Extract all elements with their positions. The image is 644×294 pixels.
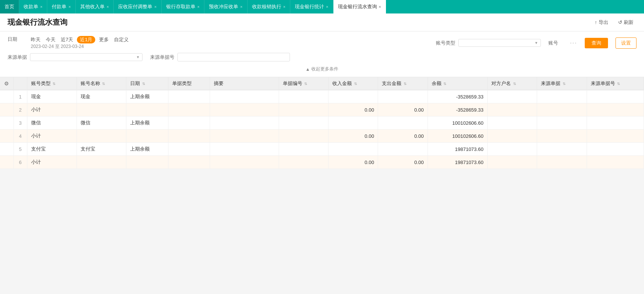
nav-item-other-income[interactable]: 其他收入单 × — [76, 0, 114, 13]
col-doc-type[interactable]: 单据类型 — [168, 77, 210, 90]
nav-payments-label: 付款单 — [52, 3, 66, 10]
cell-balance: 19871073.60 — [428, 156, 487, 169]
cell-source-doc-no — [587, 143, 644, 156]
cell-date: 上期余额 — [126, 143, 168, 156]
filter-row-1: 日期 昨天 今天 近7天 近1月 更多 自定义 2023-02-24 至 202… — [8, 36, 636, 50]
nav-item-cash-stats[interactable]: 现金银行统计 × — [290, 0, 333, 13]
header-actions: ↑ 导出 ↺ 刷新 — [592, 18, 637, 27]
table-container: ⚙ 账号类型 ⇅ 账号名称 ⇅ 日期 ⇅ 单据类型 — [0, 77, 644, 169]
page-header: 现金银行流水查询 ↑ 导出 ↺ 刷新 — [0, 13, 644, 31]
col-income-sort-icon: ⇅ — [354, 82, 357, 86]
export-icon: ↑ — [595, 19, 597, 25]
cell-account-type: 小计 — [27, 130, 77, 143]
nav-item-ap-adjust[interactable]: 应收应付调整单 × — [114, 0, 161, 13]
source-doc-no-label: 来源单据号 — [150, 54, 174, 61]
cell-source-doc — [537, 90, 587, 103]
date-filter-label: 日期 — [8, 36, 26, 43]
account-type-chevron-down-icon: ▾ — [535, 40, 537, 45]
table-row: 5支付宝支付宝上期余额19871073.60 — [0, 143, 644, 156]
nav-item-collection-exec[interactable]: 收款核销执行 × — [248, 0, 290, 13]
source-doc-select[interactable]: ▾ — [30, 53, 143, 61]
nav-receipts-close[interactable]: × — [40, 4, 42, 9]
col-date-sort-icon: ⇅ — [142, 82, 145, 86]
table-body: 1现金现金上期余额-3528659.332小计0.000.00-3528659.… — [0, 90, 644, 169]
nav-cash-stats-close[interactable]: × — [326, 4, 328, 9]
col-summary[interactable]: 摘要 — [210, 77, 279, 90]
nav-advance-offset-close[interactable]: × — [240, 4, 242, 9]
date-opt-near7[interactable]: 近7天 — [59, 36, 75, 43]
nav-item-payments[interactable]: 付款单 × — [47, 0, 75, 13]
nav-collection-exec-close[interactable]: × — [283, 4, 285, 9]
date-opt-yesterday[interactable]: 昨天 — [29, 36, 42, 43]
col-income[interactable]: 收入金额 ⇅ — [329, 77, 378, 90]
cell-doc-type — [168, 90, 210, 103]
col-expense[interactable]: 支出金额 ⇅ — [378, 77, 428, 90]
cell-summary — [210, 130, 279, 143]
col-source-doc[interactable]: 来源单据 ⇅ — [537, 77, 587, 90]
cell-doc-no — [279, 90, 328, 103]
col-source-doc-sort-icon: ⇅ — [563, 82, 566, 86]
col-account-type-label: 账号类型 — [31, 81, 51, 86]
date-opt-near1m[interactable]: 近1月 — [77, 36, 95, 43]
cell-expense — [378, 90, 428, 103]
date-opt-custom[interactable]: 自定义 — [113, 36, 130, 43]
nav-payments-close[interactable]: × — [68, 4, 71, 9]
source-doc-no-input[interactable] — [177, 53, 290, 61]
cell-account-name: 微信 — [77, 116, 126, 130]
col-balance[interactable]: 余额 ⇅ — [428, 77, 487, 90]
col-account-type[interactable]: 账号类型 ⇅ — [27, 77, 77, 90]
col-counterparty-sort-icon: ⇅ — [513, 82, 516, 86]
nav-item-home[interactable]: 首页 — [0, 0, 19, 13]
nav-item-advance-offset[interactable]: 预收冲应收单 × — [204, 0, 247, 13]
col-source-doc-no[interactable]: 来源单据号 ⇅ — [587, 77, 644, 90]
nav-item-receipts[interactable]: 收款单 × — [19, 0, 47, 13]
table-header: ⚙ 账号类型 ⇅ 账号名称 ⇅ 日期 ⇅ 单据类型 — [0, 77, 644, 90]
page-title: 现金银行流水查询 — [8, 17, 68, 27]
col-doc-no[interactable]: 单据编号 ⇅ — [279, 77, 328, 90]
settings-button[interactable]: 设置 — [615, 37, 636, 49]
nav-item-bank-deposit[interactable]: 银行存取款单 × — [162, 0, 204, 13]
account-dots-icon[interactable]: ··· — [570, 40, 577, 46]
cell-income: 0.00 — [329, 130, 378, 143]
cell-account-name: 现金 — [77, 90, 126, 103]
nav-other-income-close[interactable]: × — [107, 4, 109, 9]
nav-cash-flow-close[interactable]: × — [379, 4, 381, 9]
table-settings-icon[interactable]: ⚙ — [4, 81, 9, 87]
col-income-label: 收入金额 — [332, 81, 352, 86]
cell-doc-no — [279, 156, 328, 169]
collapse-bar[interactable]: ▲ 收起更多条件 — [8, 64, 636, 74]
cell-account-type: 支付宝 — [27, 143, 77, 156]
col-source-doc-label: 来源单据 — [541, 81, 560, 86]
cell-income: 0.00 — [329, 103, 378, 116]
account-label: 账号 — [548, 40, 567, 46]
table-row: 6小计0.000.0019871073.60 — [0, 156, 644, 169]
query-button[interactable]: 查询 — [585, 38, 608, 48]
export-button[interactable]: ↑ 导出 — [592, 18, 612, 27]
cell-balance: -3528659.33 — [428, 103, 487, 116]
nav-bank-deposit-close[interactable]: × — [197, 4, 200, 9]
col-account-name[interactable]: 账号名称 ⇅ — [77, 77, 126, 90]
account-type-filter-group: 账号类型 ▾ — [436, 39, 541, 47]
col-counterparty[interactable]: 对方户名 ⇅ — [487, 77, 537, 90]
cell-date — [126, 156, 168, 169]
cell-summary — [210, 103, 279, 116]
nav-item-cash-flow[interactable]: 现金银行流水查询 × — [333, 0, 386, 13]
refresh-button[interactable]: ↺ 刷新 — [615, 18, 636, 27]
account-type-select[interactable]: ▾ — [458, 39, 541, 47]
date-opt-today[interactable]: 今天 — [44, 36, 57, 43]
cell-doc-type — [168, 156, 210, 169]
cell-income — [329, 90, 378, 103]
date-opt-more[interactable]: 更多 — [98, 36, 110, 43]
collapse-label: 收起更多条件 — [311, 66, 338, 72]
col-balance-sort-icon: ⇅ — [443, 82, 446, 86]
col-date[interactable]: 日期 ⇅ — [126, 77, 168, 90]
cell-expense: 0.00 — [378, 103, 428, 116]
cell-source-doc — [537, 130, 587, 143]
cell-source-doc-no — [587, 130, 644, 143]
cell-account-name — [77, 103, 126, 116]
cell-counterparty — [487, 156, 537, 169]
cell-counterparty — [487, 116, 537, 130]
nav-ap-adjust-close[interactable]: × — [154, 4, 156, 9]
collapse-up-icon: ▲ — [306, 67, 310, 72]
nav-advance-offset-label: 预收冲应收单 — [209, 3, 238, 10]
